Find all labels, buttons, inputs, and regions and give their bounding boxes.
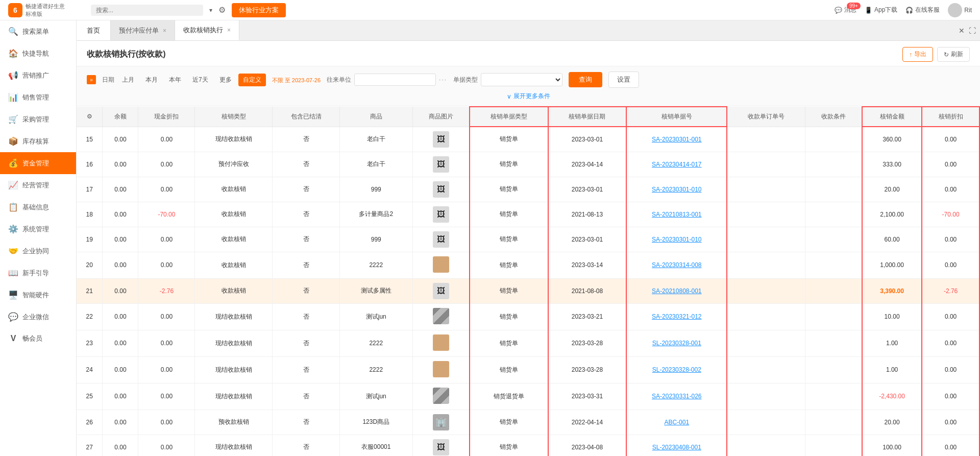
cell-bill-date: 2023-04-08 [548, 435, 627, 456]
date-filter-label: 日期 [102, 76, 114, 84]
sidebar-item-purchase[interactable]: 🛒 采购管理 [0, 108, 76, 130]
online-service-btn[interactable]: 🎧 在线客服 [905, 6, 940, 14]
bill-no-link[interactable]: SA-20230301-010 [652, 236, 701, 243]
cell-balance: 0.00 [103, 177, 138, 202]
sidebar-item-quicknav[interactable]: 🏠 快捷导航 [0, 42, 76, 64]
cell-balance: 0.00 [103, 202, 138, 227]
app-download-btn[interactable]: 📱 App下载 [865, 6, 897, 14]
bill-type-select[interactable] [481, 73, 562, 86]
cell-receipt-order [727, 330, 805, 356]
collapse-filter-btn[interactable]: » [87, 75, 96, 84]
bill-no-link[interactable]: SA-20210808-001 [652, 287, 701, 295]
bill-no-link[interactable]: SL-20230328-002 [652, 366, 701, 373]
cell-bill-no[interactable]: SA-20210813-001 [626, 202, 727, 227]
bill-no-link[interactable]: ABC-001 [664, 419, 689, 426]
table-row: 19 0.00 0.00 收款核销 否 999 🖼 销货单 2023-03-01… [77, 227, 979, 252]
sidebar-item-search[interactable]: 🔍 搜索菜单 [0, 20, 76, 42]
cell-product: 999 [339, 227, 412, 252]
sidebar-item-operations[interactable]: 📈 经营管理 [0, 174, 76, 196]
setting-button[interactable]: 设置 [608, 71, 639, 88]
bill-no-link[interactable]: SA-20230321-012 [652, 313, 701, 320]
date-btn-more[interactable]: 更多 [215, 74, 236, 86]
cell-bill-no[interactable]: SA-20230301-010 [626, 227, 727, 252]
company-filter-dots[interactable]: ··· [439, 76, 447, 83]
cell-cash-discount: 0.00 [138, 252, 195, 278]
cell-bill-no[interactable]: SA-20230321-012 [626, 303, 727, 330]
sidebar-item-marketing[interactable]: 📢 营销推广 [0, 64, 76, 86]
sidebar-item-basics[interactable]: 📋 基础信息 [0, 196, 76, 218]
bill-no-link[interactable]: SA-20230301-001 [652, 136, 701, 143]
sidebar-item-vip[interactable]: V 畅会员 [0, 328, 76, 349]
cell-receipt-cond [805, 435, 862, 456]
sidebar-label-quicknav: 快捷导航 [22, 49, 49, 58]
cell-bill-no[interactable]: SL-20230408-001 [626, 435, 727, 456]
cell-bill-no[interactable]: SA-20230314-008 [626, 252, 727, 278]
cell-bill-no[interactable]: SA-20230301-001 [626, 127, 727, 152]
cell-cash-discount: 0.00 [138, 303, 195, 330]
bill-no-link[interactable]: SA-20230331-026 [652, 393, 701, 400]
tab-prepaid-close[interactable]: × [163, 27, 166, 34]
close-window-icon[interactable]: ✕ [959, 27, 965, 35]
cell-receipt-order [727, 435, 805, 456]
dropdown-icon[interactable]: ▾ [209, 7, 212, 14]
cell-bill-no[interactable]: SA-20230301-010 [626, 177, 727, 202]
cell-product-img [412, 303, 470, 330]
cell-bill-no[interactable]: SA-20230331-026 [626, 383, 727, 410]
search-input[interactable] [91, 5, 203, 16]
sidebar-item-inventory[interactable]: 📦 库存核算 [0, 130, 76, 152]
cell-product-img [412, 356, 470, 383]
sidebar-item-newbie[interactable]: 📖 新手引导 [0, 262, 76, 284]
th-settings[interactable]: ⚙ [77, 107, 103, 127]
bill-no-link[interactable]: SL-20230408-001 [652, 444, 701, 451]
cell-included: 否 [273, 435, 339, 456]
message-btn[interactable]: 💬 消息 99+ [835, 6, 856, 14]
sidebar-item-hardware[interactable]: 🖥️ 智能硬件 [0, 284, 76, 306]
bill-no-link[interactable]: SA-20230314-008 [652, 261, 701, 269]
tab-verify-close[interactable]: × [227, 27, 231, 34]
table-row: 21 0.00 -2.76 收款核销 否 测试多属性 🖼 销货单 2021-08… [77, 278, 979, 303]
sidebar-item-finance[interactable]: 💰 资金管理 [0, 152, 76, 174]
cell-bill-no[interactable]: SL-20230328-001 [626, 330, 727, 356]
cell-bill-no[interactable]: ABC-001 [626, 410, 727, 435]
cell-receipt-cond [805, 383, 862, 410]
date-btn-custom[interactable]: 自定义 [238, 74, 266, 86]
bill-no-link[interactable]: SA-20230301-010 [652, 186, 701, 193]
sidebar-item-system[interactable]: ⚙️ 系统管理 [0, 218, 76, 240]
company-filter-input[interactable] [354, 74, 436, 86]
industry-button[interactable]: 休验行业方案 [232, 3, 286, 17]
cell-bill-type: 销货单 [470, 252, 548, 278]
cell-included: 否 [273, 278, 339, 303]
headset-icon: 🎧 [905, 7, 913, 14]
tab-home[interactable]: 首页 [77, 20, 111, 40]
bill-no-link[interactable]: SL-20230328-001 [652, 340, 701, 347]
expand-window-icon[interactable]: ⛶ [969, 27, 976, 35]
cell-id: 27 [77, 435, 103, 456]
date-btn-last-month[interactable]: 上月 [117, 74, 139, 86]
query-button[interactable]: 查询 [569, 72, 602, 87]
cell-included: 否 [273, 410, 339, 435]
refresh-button[interactable]: ↻ 刷新 [937, 47, 970, 62]
table-area[interactable]: ⚙ 余额 现金折扣 核销类型 包含已结清 商品 商品图片 核销单据类型 核销单据… [77, 106, 980, 456]
date-btn-this-month[interactable]: 本月 [141, 74, 162, 86]
cell-receipt-order [727, 356, 805, 383]
sidebar-item-sales[interactable]: 📊 销售管理 [0, 86, 76, 108]
user-name: Rit [964, 7, 972, 14]
date-btn-7days[interactable]: 近7天 [188, 74, 213, 86]
cell-bill-no[interactable]: SA-20230414-017 [626, 152, 727, 177]
date-btn-this-year[interactable]: 本年 [164, 74, 186, 86]
bill-no-link[interactable]: SA-20230414-017 [652, 161, 701, 168]
cell-bill-no[interactable]: SL-20230328-002 [626, 356, 727, 383]
tab-prepaid[interactable]: 预付冲应付单 × [111, 20, 175, 40]
th-included: 包含已结清 [273, 107, 339, 127]
settings-icon[interactable]: ⚙ [218, 5, 226, 15]
tab-verify[interactable]: 收款核销执行 × [175, 20, 239, 40]
expand-conditions-btn[interactable]: ∨ 展开更多条件 [507, 92, 550, 101]
th-receipt-cond: 收款条件 [805, 107, 862, 127]
bill-no-link[interactable]: SA-20210813-001 [652, 211, 701, 218]
sidebar-item-collab[interactable]: 🤝 企业协同 [0, 240, 76, 262]
cell-bill-no[interactable]: SA-20210808-001 [626, 278, 727, 303]
user-area[interactable]: Rit [948, 3, 972, 17]
export-button[interactable]: ↑ 导出 [902, 47, 933, 62]
tab-bar: 首页 预付冲应付单 × 收款核销执行 × ✕ ⛶ [77, 20, 980, 41]
sidebar-item-wechat[interactable]: 💬 企业微信 [0, 306, 76, 328]
